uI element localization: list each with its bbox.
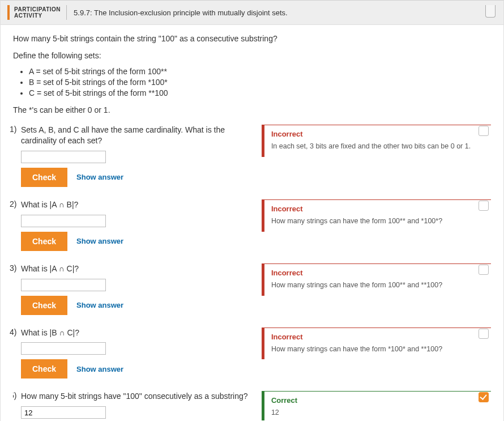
check-button[interactable]: Check xyxy=(21,168,67,187)
feedback-title: Incorrect xyxy=(271,333,484,341)
question-2: 2) What is |A ∩ B|? Check Show answer In… xyxy=(13,199,491,251)
feedback-box: Incorrect How many strings can have the … xyxy=(262,199,491,232)
question-text: Sets A, B, and C all have the same cardi… xyxy=(21,125,250,146)
question-text: What is |A ∩ B|? xyxy=(21,199,250,210)
tag-line-1: PARTICIPATION xyxy=(14,6,61,12)
question-number: 1) xyxy=(10,125,16,134)
activity-container: PARTICIPATION ACTIVITY 5.9.7: The Inclus… xyxy=(0,0,504,421)
note-text: The *'s can be either 0 or 1. xyxy=(13,105,491,114)
answer-input[interactable] xyxy=(21,406,106,419)
show-answer-link[interactable]: Show answer xyxy=(76,173,123,181)
question-1: 1) Sets A, B, and C all have the same ca… xyxy=(13,125,491,187)
feedback-title: Incorrect xyxy=(271,130,484,138)
completion-badge xyxy=(485,5,496,18)
feedback-title: Incorrect xyxy=(271,269,484,277)
question-number: 5) xyxy=(13,391,16,400)
question-3: 3) What is |A ∩ C|? Check Show answer In… xyxy=(13,263,491,315)
feedback-message: In each set, 3 bits are fixed and the ot… xyxy=(271,142,484,151)
feedback-message: How many strings can have the form *100*… xyxy=(271,345,484,354)
answer-input[interactable] xyxy=(21,151,106,163)
question-right: Incorrect How many strings can have the … xyxy=(262,199,491,232)
check-button[interactable]: Check xyxy=(21,359,67,379)
question-text: What is |A ∩ C|? xyxy=(21,263,250,274)
shield-icon xyxy=(485,5,496,18)
question-4: 4) What is |B ∩ C|? Check Show answer In… xyxy=(13,328,491,379)
definition-item: C = set of 5-bit strings of the form **1… xyxy=(29,88,491,97)
answer-input[interactable] xyxy=(21,215,106,227)
feedback-title: Incorrect xyxy=(271,205,484,213)
feedback-message: How many strings can have the form 100**… xyxy=(271,280,484,290)
question-left: 3) What is |A ∩ C|? Check Show answer xyxy=(13,263,262,315)
button-row: Check Show answer xyxy=(21,232,250,251)
question-left: 4) What is |B ∩ C|? Check Show answer xyxy=(13,328,262,379)
feedback-title: Correct xyxy=(271,396,484,405)
activity-tag: PARTICIPATION ACTIVITY xyxy=(7,5,67,20)
question-right: Correct 12 xyxy=(262,391,491,420)
show-answer-link[interactable]: Show answer xyxy=(76,237,123,245)
definition-item: A = set of 5-bit strings of the form 100… xyxy=(29,67,491,76)
problem-intro: How many 5-bit strings contain the strin… xyxy=(13,34,491,43)
feedback-message: How many strings can have the form 100**… xyxy=(271,216,484,226)
question-text: What is |B ∩ C|? xyxy=(21,328,250,338)
question-right: Incorrect In each set, 3 bits are fixed … xyxy=(262,125,491,157)
define-label: Define the following sets: xyxy=(13,51,491,60)
answer-input[interactable] xyxy=(21,279,106,291)
question-number: 2) xyxy=(10,199,16,209)
question-right: Incorrect How many strings can have the … xyxy=(262,263,491,296)
question-number: 3) xyxy=(10,263,16,273)
question-5: 5) How many 5-bit strings have "100" con… xyxy=(13,391,491,420)
button-row: Check Show answer xyxy=(21,359,250,379)
activity-header: PARTICIPATION ACTIVITY 5.9.7: The Inclus… xyxy=(1,1,503,25)
activity-body: How many 5-bit strings contain the strin… xyxy=(1,25,503,421)
feedback-message: 12 xyxy=(271,408,484,418)
activity-title: 5.9.7: The Inclusion-exclusion principle… xyxy=(74,8,288,17)
button-row: Check Show answer xyxy=(21,296,250,315)
question-text: How many 5-bit strings have "100" consec… xyxy=(21,391,250,402)
definition-item: B = set of 5-bit strings of the form *10… xyxy=(29,78,491,87)
show-answer-link[interactable]: Show answer xyxy=(76,301,123,309)
question-left: 1) Sets A, B, and C all have the same ca… xyxy=(13,125,262,187)
button-row: Check Show answer xyxy=(21,168,250,187)
tag-line-2: ACTIVITY xyxy=(14,12,61,19)
check-button[interactable]: Check xyxy=(21,296,67,315)
feedback-box: Incorrect How many strings can have the … xyxy=(262,328,491,360)
question-left: 5) How many 5-bit strings have "100" con… xyxy=(13,391,262,420)
question-number: 4) xyxy=(10,328,16,337)
show-answer-link[interactable]: Show answer xyxy=(76,365,123,373)
check-button[interactable]: Check xyxy=(21,232,67,251)
question-right: Incorrect How many strings can have the … xyxy=(262,328,491,360)
definitions-list: A = set of 5-bit strings of the form 100… xyxy=(29,67,491,97)
feedback-box: Incorrect How many strings can have the … xyxy=(262,263,491,296)
question-left: 2) What is |A ∩ B|? Check Show answer xyxy=(13,199,262,251)
feedback-box: Correct 12 xyxy=(262,391,491,420)
feedback-box: Incorrect In each set, 3 bits are fixed … xyxy=(262,125,491,157)
answer-input[interactable] xyxy=(21,342,106,355)
